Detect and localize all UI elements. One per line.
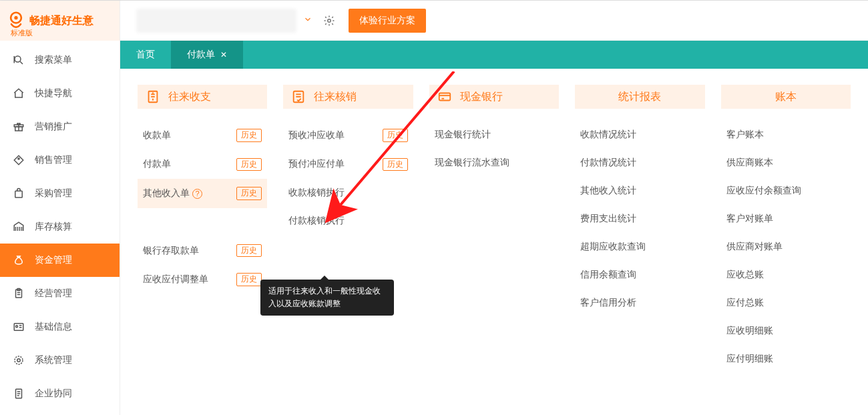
history-badge[interactable]: 历史 (236, 244, 262, 258)
item-label: 收款情况统计 (580, 129, 636, 141)
link-ap-detail[interactable]: 应付明细账 (721, 345, 851, 373)
col-header-reports: 统计报表 (575, 85, 704, 109)
item-label: 客户账本 (726, 129, 764, 141)
tab-home[interactable]: 首页 (120, 41, 171, 69)
link-payment[interactable]: 付款单 历史 (138, 150, 267, 179)
svg-point-8 (18, 158, 19, 159)
link-ap-summary[interactable]: 应付总账 (721, 289, 851, 317)
link-ar-summary[interactable]: 应收总账 (721, 261, 851, 289)
col-writeoff: 往来核销 预收冲应收单 历史 预付冲应付单 历史 收款核销执行 (283, 85, 413, 373)
card-icon (12, 320, 25, 334)
tooltip-text: 适用于往来收入和一般性现金收入以及应收账款调整 (268, 286, 381, 308)
close-icon[interactable]: ✕ (220, 50, 227, 59)
item-label: 其他收入单? (143, 187, 202, 199)
link-prepay-offset[interactable]: 预付冲应付单 历史 (283, 150, 413, 179)
col-header-writeoff: 往来核销 (283, 85, 413, 109)
nav-label: 营销推广 (35, 121, 72, 133)
link-receipt[interactable]: 收款单 历史 (138, 121, 267, 150)
nav-purchase[interactable]: 采购管理 (0, 177, 120, 210)
link-customer-ledger[interactable]: 客户账本 (721, 121, 851, 149)
link-otherincome-stat[interactable]: 其他收入统计 (575, 177, 704, 205)
link-expense-stat[interactable]: 费用支出统计 (575, 205, 704, 233)
history-badge[interactable]: 历史 (236, 129, 262, 142)
tabs: 首页 付款单 ✕ (120, 41, 868, 69)
gear-icon[interactable] (323, 15, 335, 27)
item-label: 超期应收款查询 (580, 241, 646, 253)
nav-label: 基础信息 (35, 321, 72, 333)
tab-label: 首页 (136, 49, 155, 61)
nav-collab[interactable]: 企业协同 (0, 377, 120, 410)
link-ar-ap-adjust[interactable]: 应收应付调整单 历史 (138, 265, 267, 294)
item-label: 应付总账 (726, 297, 764, 309)
item-label: 应收明细账 (726, 325, 773, 337)
org-selector[interactable] (136, 9, 296, 33)
svg-point-2 (15, 56, 21, 62)
tag-icon (12, 153, 25, 167)
svg-rect-35 (439, 93, 451, 101)
link-payment-stat[interactable]: 付款情况统计 (575, 149, 704, 177)
nav-marketing[interactable]: 营销推广 (0, 110, 120, 143)
history-badge[interactable]: 历史 (236, 158, 262, 171)
nav-sales[interactable]: 销售管理 (0, 143, 120, 177)
link-credit-balance[interactable]: 信用余额查询 (575, 261, 704, 289)
bank-card-icon (437, 89, 452, 104)
nav-business[interactable]: 经营管理 (0, 277, 120, 310)
home-icon (12, 87, 25, 100)
svg-line-3 (20, 61, 23, 64)
nav-system[interactable]: 系统管理 (0, 344, 120, 377)
brand-title: 畅捷通好生意 (29, 14, 93, 28)
nav-funds[interactable]: 资金管理 (0, 244, 120, 277)
link-prerec-offset[interactable]: 预收冲应收单 历史 (283, 121, 413, 150)
link-overdue-query[interactable]: 超期应收款查询 (575, 233, 704, 261)
bag-icon (12, 187, 25, 200)
item-label: 银行存取款单 (143, 245, 199, 257)
item-label: 应付明细账 (726, 353, 773, 365)
col-income-expense: 往来收支 收款单 历史 付款单 历史 其他收入单? 历史 (138, 85, 267, 373)
nav-search[interactable]: 搜索菜单 (0, 43, 120, 77)
tab-label: 付款单 (187, 49, 215, 61)
clipboard-icon (12, 287, 25, 300)
nav-basicinfo[interactable]: 基础信息 (0, 310, 120, 344)
history-badge[interactable]: 历史 (383, 129, 408, 142)
link-bank-deposit[interactable]: 银行存取款单 历史 (138, 236, 267, 266)
link-cashbank-stat[interactable]: 现金银行统计 (429, 121, 559, 149)
gift-icon (12, 120, 25, 133)
try-industry-button[interactable]: 体验行业方案 (349, 9, 426, 33)
brand-logo-icon (7, 11, 25, 30)
history-badge[interactable]: 历史 (236, 187, 262, 200)
svg-point-1 (14, 16, 17, 19)
content: 往来收支 收款单 历史 付款单 历史 其他收入单? 历史 (120, 69, 868, 415)
link-cashbank-flow[interactable]: 现金银行流水查询 (429, 149, 559, 177)
col-ledger: 账本 客户账本 供应商账本 应收应付余额查询 客户对账单 供应商对账单 应收总账… (721, 85, 851, 373)
help-icon[interactable]: ? (192, 189, 202, 199)
link-other-income[interactable]: 其他收入单? 历史 (138, 179, 267, 208)
item-label: 应收应付调整单 (143, 274, 208, 286)
col-header-income: 往来收支 (138, 85, 267, 109)
money-bag-icon (12, 254, 25, 267)
link-receipt-verify[interactable]: 收款核销执行 (283, 179, 413, 207)
brand-subtitle: 标准版 (11, 28, 33, 38)
item-label: 付款情况统计 (580, 157, 636, 169)
doc-icon (12, 387, 25, 400)
nav-inventory[interactable]: 库存核算 (0, 210, 120, 244)
link-supplier-ledger[interactable]: 供应商账本 (721, 149, 851, 177)
history-badge[interactable]: 历史 (383, 158, 408, 171)
nav-quicknav[interactable]: 快捷导航 (0, 77, 120, 110)
link-payment-verify[interactable]: 付款核销执行 (283, 207, 413, 235)
col-header-cashbank: 现金银行 (429, 85, 559, 109)
link-arap-balance[interactable]: 应收应付余额查询 (721, 177, 851, 205)
item-label: 费用支出统计 (580, 213, 636, 225)
gear-dashed-icon (12, 354, 25, 367)
link-customer-statement[interactable]: 客户对账单 (721, 205, 851, 233)
tab-payment[interactable]: 付款单 ✕ (171, 41, 243, 69)
history-badge[interactable]: 历史 (236, 273, 262, 286)
chevron-down-icon[interactable] (303, 15, 312, 26)
svg-rect-9 (15, 191, 23, 197)
link-ar-detail[interactable]: 应收明细账 (721, 317, 851, 345)
link-credit-analysis[interactable]: 客户信用分析 (575, 289, 704, 317)
item-label: 付款核销执行 (288, 215, 345, 227)
link-receipt-stat[interactable]: 收款情况统计 (575, 121, 704, 149)
link-supplier-statement[interactable]: 供应商对账单 (721, 233, 851, 261)
item-label: 付款单 (143, 158, 171, 170)
svg-point-28 (328, 19, 331, 22)
